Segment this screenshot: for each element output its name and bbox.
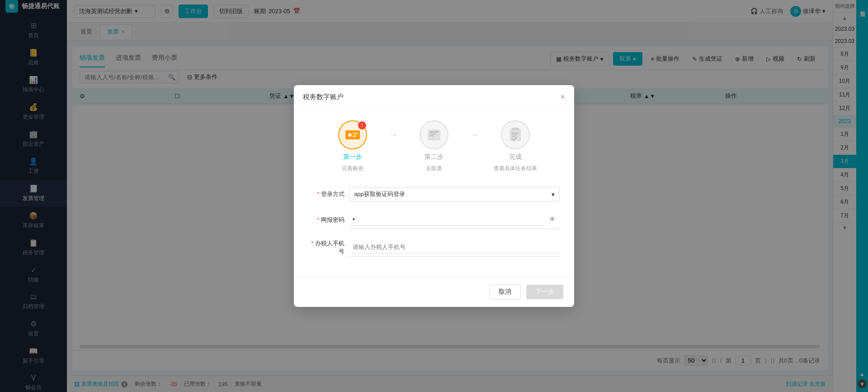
svg-rect-12 (512, 134, 517, 135)
step-3-icon-wrap (501, 120, 530, 149)
cancel-button[interactable]: 取消 (489, 284, 521, 300)
phone-input[interactable] (349, 241, 560, 253)
step-2-desc: 去取票 (426, 165, 442, 172)
chevron-down-icon-login: ▾ (552, 191, 555, 198)
svg-rect-5 (428, 129, 440, 140)
svg-rect-10 (512, 128, 519, 130)
svg-rect-3 (353, 134, 357, 135)
form-label-phone: * 办税人手机号 (308, 239, 349, 256)
step-1: ! 第一步 完善账密 (326, 120, 380, 172)
step-1-badge: ! (358, 121, 366, 129)
dialog-overlay: 税务数字账户 × ! (0, 0, 868, 392)
step-arrow-1: → (380, 129, 407, 140)
dialog-close-btn[interactable]: × (560, 92, 565, 102)
step-2: 第二步 去取票 (407, 120, 461, 172)
form-row-phone: * 办税人手机号 (308, 238, 560, 257)
step-2-label: 第二步 (425, 153, 443, 161)
form-label-login-method: * 登录方式 (308, 190, 349, 198)
svg-point-1 (348, 133, 352, 137)
step-arrow-2: → (461, 129, 488, 140)
login-method-select[interactable]: app获取验证码登录 ▾ (349, 187, 560, 201)
eye-icon[interactable]: 👁 (545, 215, 560, 224)
dialog-title: 税务数字账户 (303, 93, 344, 101)
next-button[interactable]: 下一步 (526, 285, 563, 299)
svg-rect-4 (353, 136, 356, 137)
step-3-desc: 查看具体任务结果 (494, 165, 537, 172)
clipboard-icon (507, 127, 524, 143)
dialog-header: 税务数字账户 × (294, 85, 574, 110)
svg-rect-2 (353, 133, 358, 134)
form-row-login-method: * 登录方式 app获取验证码登录 ▾ (308, 187, 560, 201)
step-2-icon-wrap (420, 120, 448, 149)
password-input[interactable] (349, 213, 545, 226)
dialog-body: ! 第一步 完善账密 → (294, 110, 574, 277)
svg-rect-11 (512, 133, 519, 134)
steps-row: ! 第一步 完善账密 → (308, 120, 560, 172)
form-row-password: * 网报密码 👁 (308, 210, 560, 229)
dialog: 税务数字账户 × ! (294, 85, 574, 307)
step-1-icon-wrap: ! (338, 120, 367, 149)
step-1-label: 第一步 (343, 153, 362, 161)
ticket-icon (426, 127, 442, 143)
id-card-icon (344, 127, 361, 143)
svg-rect-6 (429, 131, 439, 133)
step-1-desc: 完善账密 (342, 165, 363, 172)
step-3-label: 完成 (509, 153, 522, 161)
svg-rect-13 (512, 136, 515, 137)
form-control-phone (349, 238, 560, 257)
form-label-password: * 网报密码 (308, 216, 349, 224)
dialog-footer: 取消 下一步 (294, 277, 574, 307)
svg-rect-7 (429, 134, 436, 134)
svg-rect-8 (429, 135, 434, 136)
form-control-password: 👁 (349, 210, 560, 229)
step-3: 完成 查看具体任务结果 (488, 120, 542, 172)
